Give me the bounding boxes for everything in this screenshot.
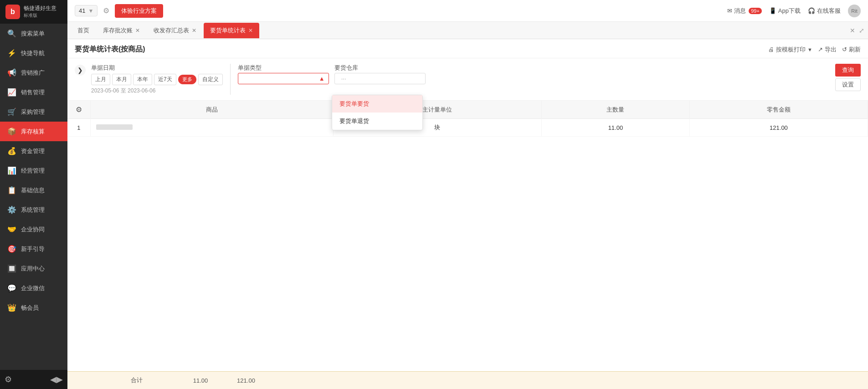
col-settings[interactable]: ⚙ <box>67 101 90 119</box>
sidebar-item-label: 企业微信 <box>21 284 45 292</box>
tab-order-summary-label: 要货单统计表 <box>210 26 246 35</box>
table-body: 1 块 11.00 121.00 <box>67 119 868 137</box>
sidebar-bottom: ⚙ ◀▶ <box>0 370 67 389</box>
tab-order-summary-close-icon[interactable]: ✕ <box>248 27 253 34</box>
col-quantity: 主数量 <box>541 101 689 119</box>
sidebar-item-member[interactable]: 👑 畅会员 <box>0 298 67 317</box>
enterprise-icon: 🤝 <box>7 225 16 234</box>
date-btn-last-month[interactable]: 上月 <box>91 74 110 85</box>
notification-badge: 99+ <box>749 8 762 14</box>
page-content: 要货单统计表(按商品) 🖨 按模板打印 ▼ ↗ 导出 ↺ 刷新 ❯ <box>67 39 868 389</box>
sidebar-item-label: 销售管理 <box>21 88 45 97</box>
topbar-gear-icon[interactable]: ⚙ <box>103 6 109 15</box>
filter-expand-button[interactable]: ❯ <box>75 65 86 76</box>
print-chevron-icon: ▼ <box>807 47 812 52</box>
sidebar-item-quick-nav[interactable]: ⚡ 快捷导航 <box>0 43 67 63</box>
purchase-icon: 🛒 <box>7 107 16 116</box>
settings-button[interactable]: 设置 <box>835 78 861 91</box>
footer-quantity: 11.00 <box>178 377 223 384</box>
user-name: Rit <box>851 8 857 14</box>
export-action[interactable]: ↗ 导出 <box>818 46 837 54</box>
sidebar-item-guide[interactable]: 🎯 新手引导 <box>0 239 67 259</box>
date-btn-custom[interactable]: 自定义 <box>198 74 223 85</box>
tab-receivable-close-icon[interactable]: ✕ <box>192 27 196 34</box>
cell-product <box>90 119 333 137</box>
tab-expand-icon[interactable]: ⤢ <box>859 27 864 34</box>
sidebar-item-label: 基础信息 <box>21 186 45 194</box>
date-btn-this-month[interactable]: 本月 <box>112 74 131 85</box>
sidebar-item-search[interactable]: 🔍 搜索菜单 <box>0 24 67 43</box>
dropdown-item-require[interactable]: 要货单要货 <box>332 95 422 113</box>
date-filter-group: 单据日期 上月 本月 本年 近7天 更多 自定义 2023-05-06 至 20… <box>91 64 223 95</box>
operations-icon: 📊 <box>7 166 16 175</box>
sidebar-item-purchase[interactable]: 🛒 采购管理 <box>0 102 67 122</box>
sidebar-item-label: 系统管理 <box>21 206 45 214</box>
sidebar-item-appstore[interactable]: 🔲 应用中心 <box>0 259 67 278</box>
sidebar-item-basic[interactable]: 📋 基础信息 <box>0 180 67 200</box>
col-amount: 零售金额 <box>689 101 868 119</box>
sidebar: b 畅捷通好生意 标准版 🔍 搜索菜单 ⚡ 快捷导航 📢 营销推广 📈 销售管理… <box>0 0 67 389</box>
sidebar-item-wechat[interactable]: 💬 企业微信 <box>0 278 67 298</box>
marketing-icon: 📢 <box>7 68 16 77</box>
type-filter-select[interactable]: ▲ <box>238 73 329 84</box>
sidebar-item-label: 营销推广 <box>21 69 45 77</box>
print-action[interactable]: 🖨 按模板打印 ▼ <box>768 46 812 54</box>
user-avatar[interactable]: Rit <box>848 5 861 17</box>
support-icon: 🎧 <box>808 7 815 14</box>
search-button[interactable]: 查询 <box>835 64 861 77</box>
date-btn-7days[interactable]: 近7天 <box>154 74 176 85</box>
warehouse-filter-group: 要货仓库 ··· <box>334 64 426 84</box>
app-download-label: App下载 <box>778 7 801 15</box>
sidebar-settings-icon[interactable]: ⚙ <box>5 374 12 384</box>
dropdown-item-return[interactable]: 要货单退货 <box>332 113 422 130</box>
sidebar-item-label: 应用中心 <box>21 265 45 273</box>
workspace-selector[interactable]: 41 ▼ <box>75 5 98 16</box>
notification-icon: ✉ <box>727 7 732 14</box>
support-action[interactable]: 🎧 在线客服 <box>808 7 841 15</box>
tabs-bar: 首页 库存批次账 ✕ 收发存汇总表 ✕ 要货单统计表 ✕ ✕ ⤢ <box>67 22 868 39</box>
app-download-action[interactable]: 📱 App下载 <box>769 7 801 15</box>
table-footer: 合计 11.00 121.00 <box>67 371 868 389</box>
sidebar-item-operations[interactable]: 📊 经营管理 <box>0 161 67 180</box>
sidebar-item-system[interactable]: ⚙️ 系统管理 <box>0 200 67 220</box>
tab-order-summary[interactable]: 要货单统计表 ✕ <box>204 23 259 38</box>
main-content: 41 ▼ ⚙ 体验行业方案 ✉ 消息 99+ 📱 App下载 🎧 在线客服 Ri… <box>67 0 868 389</box>
notification-action[interactable]: ✉ 消息 99+ <box>727 7 762 15</box>
tab-home[interactable]: 首页 <box>71 23 96 38</box>
sidebar-item-marketing[interactable]: 📢 营销推广 <box>0 63 67 82</box>
sidebar-item-label: 新手引导 <box>21 245 45 253</box>
warehouse-filter-select[interactable]: ··· <box>334 73 426 84</box>
sidebar-item-finance[interactable]: 💰 资金管理 <box>0 141 67 161</box>
workspace-chevron-icon: ▼ <box>88 8 93 14</box>
cell-quantity: 11.00 <box>541 119 689 137</box>
cell-amount: 121.00 <box>689 119 868 137</box>
tab-receivable-summary[interactable]: 收发存汇总表 ✕ <box>147 23 203 38</box>
sidebar-item-label: 资金管理 <box>21 147 45 155</box>
search-icon: 🔍 <box>7 29 16 38</box>
sales-icon: 📈 <box>7 88 16 97</box>
finance-icon: 💰 <box>7 147 16 155</box>
sidebar-item-enterprise[interactable]: 🤝 企业协同 <box>0 220 67 239</box>
sidebar-item-inventory[interactable]: 📦 库存核算 <box>0 122 67 141</box>
column-settings-icon[interactable]: ⚙ <box>76 106 82 113</box>
sidebar-collapse-icon[interactable]: ◀▶ <box>50 374 63 384</box>
tab-close-all-icon[interactable]: ✕ <box>850 27 855 34</box>
wechat-icon: 💬 <box>7 284 16 292</box>
warehouse-filter-dots-icon[interactable]: ··· <box>341 75 346 82</box>
print-label: 按模板打印 <box>776 46 806 54</box>
sidebar-item-label: 搜索菜单 <box>21 30 45 38</box>
refresh-action[interactable]: ↺ 刷新 <box>842 46 861 54</box>
topbar: 41 ▼ ⚙ 体验行业方案 ✉ 消息 99+ 📱 App下载 🎧 在线客服 Ri… <box>67 0 868 22</box>
date-btn-this-year[interactable]: 本年 <box>133 74 152 85</box>
app-logo-icon: b <box>5 5 20 19</box>
type-filter-label: 单据类型 <box>238 64 329 72</box>
date-filter-label: 单据日期 <box>91 64 223 72</box>
tab-inventory-batch-close-icon[interactable]: ✕ <box>135 27 140 34</box>
date-btn-more[interactable]: 更多 <box>178 75 196 84</box>
data-table-container: ⚙ 商品 主计量单位 主数量 零售金额 1 块 <box>67 101 868 371</box>
tab-inventory-batch[interactable]: 库存批次账 ✕ <box>97 23 146 38</box>
filter-bar: ❯ 单据日期 上月 本月 本年 近7天 更多 自定义 2023-05-06 至 … <box>67 58 868 101</box>
trial-button[interactable]: 体验行业方案 <box>115 4 163 18</box>
sidebar-item-sales[interactable]: 📈 销售管理 <box>0 82 67 102</box>
type-filter-group: 单据类型 ▲ <box>238 64 329 84</box>
